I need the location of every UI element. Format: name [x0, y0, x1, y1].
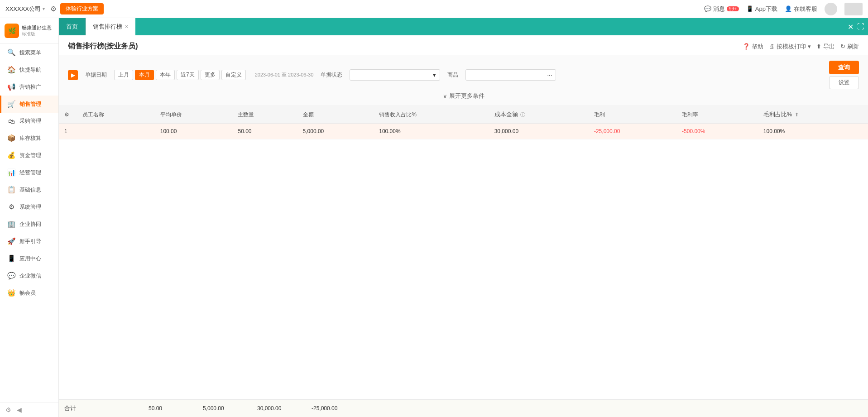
sidebar-item-system[interactable]: ⚙ 系统管理 — [0, 198, 58, 216]
inventory-icon: 📦 — [7, 134, 16, 142]
col-sales-pct: 销售收入占比% — [374, 106, 489, 124]
message-button[interactable]: 💬 消息 99+ — [704, 5, 739, 13]
table-wrapper: ⚙ 员工名称 平均单价 主数量 全额 销售收入占比% 成本全额 ⓘ 毛利 毛利率 — [59, 106, 868, 399]
date-btn-custom[interactable]: 自定义 — [221, 70, 246, 80]
logo-title: 畅康通好生意 — [22, 24, 52, 31]
sidebar-item-inventory[interactable]: 📦 库存核算 — [0, 129, 58, 147]
date-btn-7days[interactable]: 近7天 — [177, 70, 199, 80]
collapse-icon[interactable]: ◀ — [17, 406, 22, 413]
print-button[interactable]: 🖨 按模板打印 ▾ — [769, 43, 811, 51]
trial-button[interactable]: 体验行业方案 — [60, 3, 104, 14]
export-button[interactable]: ⬆ 导出 — [816, 43, 835, 51]
home-icon: 🏠 — [7, 66, 16, 74]
cell-rank: 1 — [59, 124, 77, 139]
message-badge: 99+ — [727, 6, 739, 11]
marketing-icon: 📢 — [7, 83, 16, 91]
avatar[interactable] — [825, 3, 837, 15]
help-button[interactable]: ❓ 帮助 — [743, 43, 763, 51]
date-btn-current-year[interactable]: 本年 — [156, 70, 175, 80]
date-btn-last-month[interactable]: 上月 — [114, 70, 133, 80]
sidebar-item-enterprise[interactable]: 🏢 企业协同 — [0, 216, 58, 233]
sidebar-item-search[interactable]: 🔍 搜索菜单 — [0, 44, 58, 61]
gross-pct-info-icon[interactable]: ⬆ — [795, 112, 799, 117]
basic-icon: 📋 — [7, 186, 16, 194]
sidebar-item-guide[interactable]: 🚀 新手引导 — [0, 233, 58, 250]
page-content: 销售排行榜(按业务员) ❓ 帮助 🖨 按模板打印 ▾ ⬆ 导出 — [59, 35, 868, 417]
tab-bar-right: ✕ ⛶ — [848, 23, 868, 31]
app-center-icon: 📱 — [7, 254, 16, 263]
cost-info-icon[interactable]: ⓘ — [520, 112, 525, 117]
purchase-icon: 🛍 — [7, 117, 16, 125]
sidebar-logo: 🌿 畅康通好生意 标准版 — [0, 18, 58, 44]
expand-button[interactable]: ∨ 展开更多条件 — [443, 92, 484, 100]
col-quantity: 主数量 — [232, 106, 297, 124]
logo-icon: 🌿 — [5, 24, 19, 38]
cell-avg-price: 100.00 — [155, 124, 233, 139]
col-name: 员工名称 — [77, 106, 155, 124]
settings-bottom-icon[interactable]: ⚙ — [5, 406, 11, 413]
export-icon: ⬆ — [816, 43, 821, 50]
sales-icon: 🛒 — [7, 100, 16, 108]
tab-bar: 首页 销售排行榜 × ✕ ⛶ — [59, 18, 868, 35]
footer-label: 合计 — [64, 404, 76, 412]
cell-quantity: 50.00 — [232, 124, 297, 139]
status-select[interactable]: ▾ — [350, 69, 440, 81]
refresh-button[interactable]: ↻ 刷新 — [840, 43, 859, 51]
sidebar-item-purchase[interactable]: 🛍 采购管理 — [0, 113, 58, 129]
sidebar-item-wechat[interactable]: 💬 企业微信 — [0, 267, 58, 284]
col-gross-rate: 毛利率 — [676, 106, 758, 124]
message-icon: 💬 — [704, 5, 711, 12]
cell-gross-rate: -500.00% — [676, 124, 758, 139]
sidebar-item-sales[interactable]: 🛒 销售管理 — [0, 96, 58, 113]
online-service-button[interactable]: 👤 在线客服 — [785, 5, 817, 13]
sidebar-item-basic[interactable]: 📋 基础信息 — [0, 181, 58, 198]
tab-close-icon[interactable]: × — [125, 24, 128, 30]
sales-ranking-table: ⚙ 员工名称 平均单价 主数量 全额 销售收入占比% 成本全额 ⓘ 毛利 毛利率 — [59, 106, 868, 139]
footer-gross: -25,000.00 — [312, 405, 348, 412]
company-name: XXXXXX公司 — [5, 5, 41, 13]
footer-cost: 30,000.00 — [257, 405, 293, 412]
col-gross-pct: 毛利占比% ⬆ — [758, 106, 868, 124]
tab-maximize-icon[interactable]: ⛶ — [857, 23, 864, 31]
refresh-icon: ↻ — [840, 43, 845, 50]
sidebar: 🌿 畅康通好生意 标准版 🔍 搜索菜单 🏠 快捷导航 📢 营销推广 🛒 销售管理… — [0, 18, 59, 417]
chevron-down-icon: ▾ — [43, 6, 45, 11]
tab-close-window-icon[interactable]: ✕ — [848, 23, 854, 31]
content-area: 首页 销售排行榜 × ✕ ⛶ 销售排行榜(按业务员) ❓ 帮助 — [59, 18, 868, 417]
page-header: 销售排行榜(按业务员) ❓ 帮助 🖨 按模板打印 ▾ ⬆ 导出 — [59, 35, 868, 55]
guide-icon: 🚀 — [7, 237, 16, 245]
filter-toggle-icon[interactable]: ▶ — [68, 70, 78, 80]
print-chevron-icon: ▾ — [808, 43, 811, 50]
goods-input[interactable]: ··· — [465, 69, 556, 81]
cell-name — [77, 124, 155, 139]
sidebar-item-marketing[interactable]: 📢 营销推广 — [0, 78, 58, 96]
enterprise-icon: 🏢 — [7, 220, 16, 228]
help-icon: ❓ — [743, 43, 750, 50]
sidebar-item-finance[interactable]: 💰 资金管理 — [0, 147, 58, 164]
cell-gross: -25,000.00 — [589, 124, 676, 139]
date-btn-current-month[interactable]: 本月 — [135, 70, 154, 80]
date-btn-more[interactable]: 更多 — [201, 70, 220, 80]
query-button[interactable]: 查询 — [829, 61, 859, 74]
filter-settings-button[interactable]: 设置 — [829, 76, 859, 89]
sidebar-item-member[interactable]: 👑 畅会员 — [0, 284, 58, 302]
main-layout: 🌿 畅康通好生意 标准版 🔍 搜索菜单 🏠 快捷导航 📢 营销推广 🛒 销售管理… — [0, 18, 868, 417]
page-actions: ❓ 帮助 🖨 按模板打印 ▾ ⬆ 导出 ↻ 刷新 — [743, 43, 859, 51]
goods-filter-label: 商品 — [447, 71, 458, 79]
filter-bar: ▶ 单据日期 上月 本月 本年 近7天 更多 自定义 2023-06-01 至 … — [59, 55, 868, 106]
system-icon: ⚙ — [7, 203, 16, 211]
status-chevron-icon: ▾ — [433, 72, 436, 78]
col-amount: 全额 — [297, 106, 374, 124]
app-download-button[interactable]: 📱 App下载 — [746, 5, 777, 13]
status-filter-label: 单据状态 — [321, 71, 342, 79]
sidebar-item-app-center[interactable]: 📱 应用中心 — [0, 250, 58, 267]
tab-sales-ranking[interactable]: 销售排行榜 × — [86, 18, 135, 35]
tab-home[interactable]: 首页 — [59, 18, 86, 35]
col-gross: 毛利 — [589, 106, 676, 124]
operations-icon: 📊 — [7, 168, 16, 177]
sidebar-item-shortcut[interactable]: 🏠 快捷导航 — [0, 61, 58, 78]
sidebar-item-operations[interactable]: 📊 经营管理 — [0, 164, 58, 181]
settings-icon[interactable]: ⚙ — [50, 5, 57, 13]
company-selector[interactable]: XXXXXX公司 ▾ — [5, 5, 45, 13]
member-icon: 👑 — [7, 289, 16, 297]
